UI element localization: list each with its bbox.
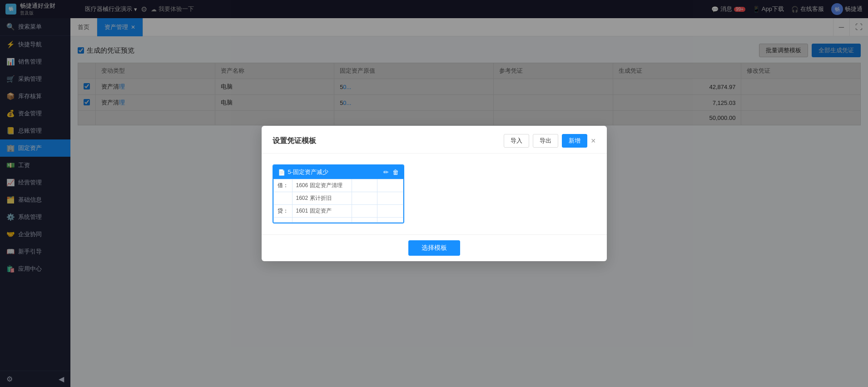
template-credit-1	[377, 179, 403, 192]
template-side-2	[273, 192, 292, 205]
template-card-title: 5-固定资产减少	[288, 168, 329, 176]
select-template-button[interactable]: 选择模板	[408, 240, 460, 256]
template-card: 📄 5-固定资产减少 ✏ 🗑	[273, 164, 404, 223]
template-row-empty	[273, 218, 403, 223]
template-header-actions: ✏ 🗑	[383, 169, 399, 176]
template-row: 借： 1606 固定资产清理	[273, 179, 403, 192]
template-side-1: 借：	[273, 179, 292, 192]
template-edit-icon[interactable]: ✏	[383, 169, 389, 176]
template-debit-3	[352, 205, 377, 218]
template-debit-2	[352, 192, 377, 205]
export-button[interactable]: 导出	[533, 134, 558, 148]
template-credit-4	[377, 218, 403, 223]
modal-body: 📄 5-固定资产减少 ✏ 🗑	[262, 154, 607, 234]
template-account-3: 1601 固定资产	[292, 205, 352, 218]
template-row: 1602 累计折旧	[273, 192, 403, 205]
modal-header: 设置凭证模板 导入 导出 新增 ×	[262, 126, 607, 154]
template-doc-icon: 📄	[278, 169, 285, 176]
template-account-1: 1606 固定资产清理	[292, 179, 352, 192]
set-template-modal: 设置凭证模板 导入 导出 新增 × 📄 5-固定资产减少 ✏ 🗑	[262, 126, 607, 261]
modal-overlay: 设置凭证模板 导入 导出 新增 × 📄 5-固定资产减少 ✏ 🗑	[0, 0, 868, 387]
template-side-4	[273, 218, 292, 223]
modal-header-actions: 导入 导出 新增 ×	[504, 134, 596, 148]
template-side-3: 贷：	[273, 205, 292, 218]
template-card-header: 📄 5-固定资产减少 ✏ 🗑	[273, 165, 403, 179]
template-debit-1	[352, 179, 377, 192]
modal-close-button[interactable]: ×	[591, 137, 596, 145]
new-button[interactable]: 新增	[562, 134, 587, 148]
template-account-2: 1602 累计折旧	[292, 192, 352, 205]
template-account-4	[292, 218, 352, 223]
template-debit-4	[352, 218, 377, 223]
template-row: 贷： 1601 固定资产	[273, 205, 403, 218]
template-table: 借： 1606 固定资产清理 1602 累计折旧 贷：	[273, 179, 403, 223]
modal-title: 设置凭证模板	[273, 136, 316, 146]
template-credit-2	[377, 192, 403, 205]
template-credit-3	[377, 205, 403, 218]
import-button[interactable]: 导入	[504, 134, 529, 148]
template-delete-icon[interactable]: 🗑	[392, 169, 399, 176]
modal-footer: 选择模板	[262, 234, 607, 261]
